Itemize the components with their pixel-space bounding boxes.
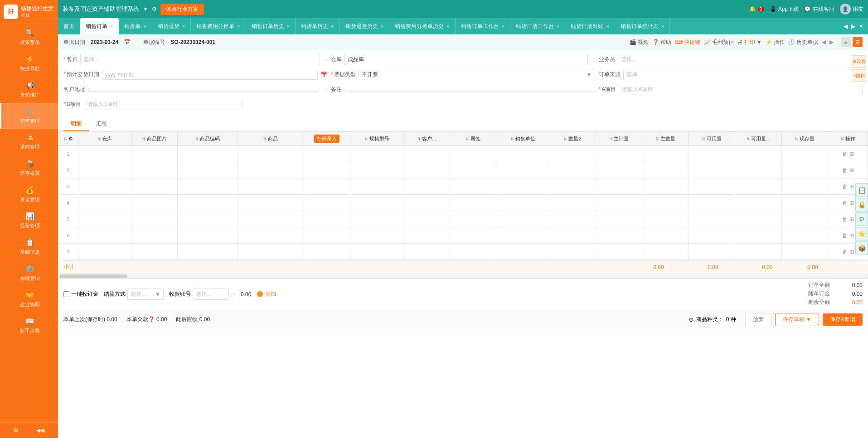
warehouse-more-icon[interactable]: ··· xyxy=(591,57,595,63)
tab-close-icon[interactable]: × xyxy=(143,24,146,29)
sidebar-item-企业协同[interactable]: 🤝企业协同 xyxy=(0,286,58,313)
salesperson-input[interactable]: 选择... xyxy=(618,54,855,65)
delete-icon[interactable]: 🗑 xyxy=(842,200,848,206)
tab-close-icon[interactable]: × xyxy=(237,24,240,29)
col-header-10[interactable]: ⇅ 数量2 xyxy=(549,132,596,146)
sidebar-item-销售管理[interactable]: 🛒销售管理 xyxy=(0,103,58,129)
col-header-16[interactable]: ⇅ 操作 xyxy=(828,132,868,146)
tab-close-icon[interactable]: × xyxy=(182,24,185,29)
nav-prev-arrow[interactable]: ◀ xyxy=(842,23,849,29)
one-click-checkout-checkbox[interactable]: 一键收订金 xyxy=(63,290,98,298)
sidebar-item-系统管理[interactable]: ⚙️系统管理 xyxy=(0,260,58,286)
tab-close-icon[interactable]: × xyxy=(287,24,290,29)
sidebar-item-库存核算[interactable]: 📦库存核算 xyxy=(0,155,58,181)
checkout-checkbox-input[interactable] xyxy=(63,291,69,297)
sidebar-item-营销推广[interactable]: 📢营销推广 xyxy=(0,77,58,103)
delete-icon[interactable]: 🗑 xyxy=(842,167,848,173)
col-header-3[interactable]: ⇅ 商品编码 xyxy=(178,132,238,146)
sidebar-item-资金管理[interactable]: 💰资金管理 xyxy=(0,181,58,207)
warehouse-value[interactable]: 成品库 xyxy=(344,54,587,65)
copy-icon[interactable]: ⊞ xyxy=(849,183,854,190)
fp-btn-2[interactable]: 🔒 xyxy=(855,198,868,212)
save-draft-button[interactable]: 保存草稿 ▼ xyxy=(775,313,819,326)
account-select[interactable]: 选择... xyxy=(193,289,229,300)
industry-btn[interactable]: 体验行业方案 xyxy=(160,4,204,15)
delete-icon[interactable]: 🗑 xyxy=(842,183,848,190)
project-a-input[interactable]: 请输入A项目 xyxy=(619,84,863,95)
delivery-date-input[interactable]: yyyy-mm-dd xyxy=(102,70,318,80)
address-more-icon[interactable]: ··· xyxy=(323,87,327,93)
delete-icon[interactable]: 🗑 xyxy=(842,249,848,255)
delete-icon[interactable]: 🗑 xyxy=(842,151,848,157)
add-btn[interactable]: 🟠 添加 xyxy=(257,290,276,298)
nav-tab-销售订单统计表[interactable]: 销售订单统计表× xyxy=(615,18,670,34)
dropdown-icon[interactable]: ▼ xyxy=(143,6,148,12)
nav-next-arrow[interactable]: ▶ xyxy=(849,23,857,29)
sidebar-item-基础信息[interactable]: 📋基础信息 xyxy=(0,234,58,260)
settings-icon[interactable]: ⚙ xyxy=(14,427,19,433)
col-header-11[interactable]: ⇅ 主计量 xyxy=(596,132,642,146)
grid-view-icon[interactable]: ⊞ xyxy=(853,37,863,47)
tab-close-icon[interactable]: × xyxy=(110,24,113,29)
add-material-btn[interactable]: +物料 xyxy=(852,69,866,82)
sidebar-item-新手引导[interactable]: 📖新手引导 xyxy=(0,313,58,339)
print-btn[interactable]: 🖨 打印 ▼ xyxy=(737,39,762,46)
tab-close-icon[interactable]: × xyxy=(606,24,609,29)
order-source-input[interactable]: 选择... xyxy=(623,69,855,80)
nav-tab-销货退货历史[interactable]: 销货退货历史× xyxy=(340,18,389,34)
delete-icon[interactable]: 🗑 xyxy=(842,216,848,222)
tab-close-icon[interactable]: × xyxy=(446,24,449,29)
copy-icon[interactable]: ⊞ xyxy=(849,151,854,157)
tab-close-icon[interactable]: × xyxy=(381,24,383,29)
scan-btn[interactable]: 扫码录入 xyxy=(314,135,339,143)
nav-left-icon[interactable]: ◀ xyxy=(822,39,826,45)
tab-close-icon[interactable]: × xyxy=(331,24,334,29)
col-header-0[interactable]: ⇅ ⚙ xyxy=(58,132,78,146)
col-header-7[interactable]: ⇅ 客户... xyxy=(403,132,450,146)
col-header-15[interactable]: ⇅ 现存量 xyxy=(781,132,828,146)
col-header-5[interactable]: 扫码录入 xyxy=(304,132,350,146)
tab-close-icon[interactable]: × xyxy=(661,24,664,29)
shortcut-btn[interactable]: ⌨ 快捷键 xyxy=(675,39,700,46)
copy-icon[interactable]: ⊞ xyxy=(849,167,854,173)
horizontal-scrollbar[interactable] xyxy=(58,274,868,278)
view-btn[interactable]: 🎬 视频 xyxy=(630,39,649,46)
operate-btn[interactable]: ⚡ 操作 xyxy=(766,39,785,46)
col-header-9[interactable]: ⇅ 销售单位 xyxy=(496,132,549,146)
fp-btn-1[interactable]: 📋 xyxy=(855,183,868,197)
col-header-1[interactable]: ⇅ 仓库 xyxy=(78,132,131,146)
col-header-2[interactable]: ⇅ 商品图片 xyxy=(131,132,178,146)
sidebar-item-经营管理[interactable]: 📊经营管理 xyxy=(0,207,58,234)
tab-close-icon[interactable]: × xyxy=(557,24,559,29)
calendar-icon[interactable]: 📅 xyxy=(124,39,131,45)
history-btn[interactable]: 🕐 历史单据 xyxy=(788,39,818,46)
customer-input[interactable]: 选择... xyxy=(80,54,320,65)
nav-tab-钱货日清工作台[interactable]: 钱货日清工作台× xyxy=(510,18,565,34)
nav-tab-销售费用分摊单[interactable]: 销售费用分摊单× xyxy=(191,18,246,34)
col-header-8[interactable]: ⇅ 属性 xyxy=(450,132,496,146)
fp-btn-5[interactable]: 📦 xyxy=(855,241,868,255)
online-service-btn[interactable]: 💬 在线客服 xyxy=(804,5,834,13)
nav-right-icon[interactable]: ▶ xyxy=(829,39,834,45)
list-view-icon[interactable]: ≡ xyxy=(841,37,851,47)
help-btn[interactable]: ❓ 帮助 xyxy=(652,39,671,46)
user-avatar[interactable]: 👤 用友 xyxy=(840,4,863,14)
discard-button[interactable]: 放弃 xyxy=(745,313,771,326)
nav-tab-首页[interactable]: 首页 xyxy=(58,18,80,34)
col-header-14[interactable]: ⇅ 可用量... xyxy=(735,132,781,146)
tab-detail[interactable]: 明细 xyxy=(63,117,89,131)
fp-btn-3[interactable]: ⚙ xyxy=(855,212,868,226)
save-new-button[interactable]: 保存&新增 xyxy=(823,313,863,326)
nav-tab-销货退货[interactable]: 销货退货× xyxy=(152,18,191,34)
fp-btn-4[interactable]: ⭐ xyxy=(855,227,868,241)
copy-icon[interactable]: ⊞ xyxy=(849,232,854,239)
settings-panel-btn[interactable]: ⚙ 设置 xyxy=(852,55,866,68)
app-download-btn[interactable]: 📱 App下载 xyxy=(770,5,799,13)
copy-icon[interactable]: ⊞ xyxy=(849,216,854,222)
address-input[interactable] xyxy=(88,88,320,91)
payment-method-select[interactable]: 选择... ▼ xyxy=(127,289,164,300)
tab-close-icon[interactable]: × xyxy=(502,24,504,29)
delivery-date-icon[interactable]: 📅 xyxy=(320,72,327,78)
col-header-6[interactable]: ⇅ 规格型号 xyxy=(350,132,403,146)
account-more-icon[interactable]: ··· xyxy=(231,291,235,298)
